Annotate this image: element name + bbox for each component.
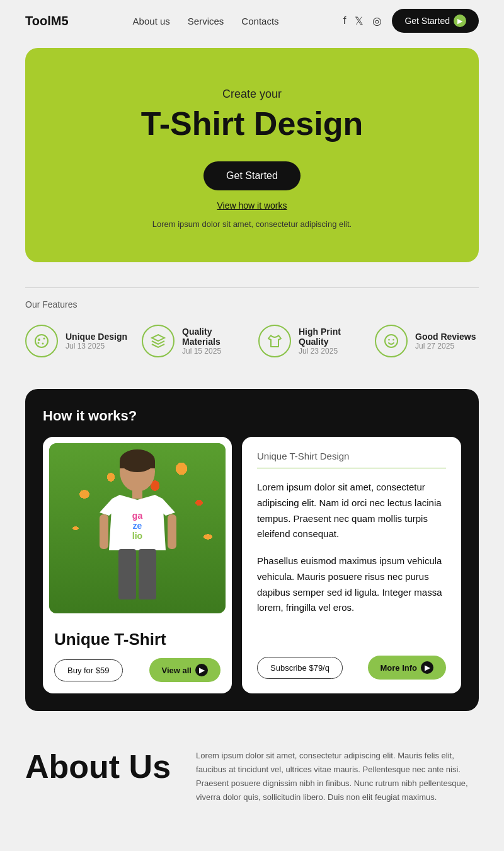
right-card-buttons: Subscribe $79/q More Info ▶	[257, 656, 446, 680]
navbar: ToolM5 About us Services Contacts f 𝕏 ◎ …	[0, 0, 504, 42]
social-links: f 𝕏 ◎	[343, 14, 382, 28]
features-grid: Unique Design Jul 13 2025 Quality Materi…	[25, 325, 479, 357]
smile-icon	[382, 332, 400, 350]
svg-point-3	[42, 343, 44, 345]
nav-contacts[interactable]: Contacts	[241, 16, 278, 26]
features-divider	[25, 287, 479, 288]
features-section-title: Our Features	[25, 299, 479, 310]
unique-design-icon-container	[25, 325, 58, 357]
view-all-button[interactable]: View all ▶	[149, 658, 220, 682]
hero-section: Create your T-Shirt Design Get Started V…	[25, 48, 479, 262]
svg-rect-17	[139, 549, 156, 599]
feature-high-print: High Print Quality Jul 23 2025	[258, 325, 362, 357]
how-it-works-title: How it works?	[43, 408, 461, 424]
good-reviews-icon-container	[375, 325, 408, 357]
tshirt-icon	[266, 332, 284, 350]
nav-about[interactable]: About us	[133, 16, 170, 26]
twitter-icon[interactable]: 𝕏	[355, 14, 364, 28]
svg-rect-11	[120, 461, 155, 468]
svg-point-7	[388, 339, 390, 341]
view-all-arrow-icon: ▶	[195, 664, 208, 676]
instagram-icon[interactable]: ◎	[372, 14, 382, 28]
svg-text:ga: ga	[132, 511, 143, 521]
feature-unique-design-text: Unique Design Jul 13 2025	[66, 332, 127, 350]
svg-rect-16	[118, 549, 136, 599]
how-card-left-bottom: Unique T-Shirt Buy for $59 View all ▶	[43, 620, 232, 693]
product-name: Unique T-Shirt	[54, 630, 220, 649]
feature-good-reviews: Good Reviews Jul 27 2025	[375, 325, 479, 357]
how-cards-container: ga ze lio Unique T-Shirt Buy for $59 Vie…	[43, 437, 461, 693]
how-card-left: ga ze lio Unique T-Shirt Buy for $59 Vie…	[43, 437, 232, 693]
layers-icon	[149, 332, 167, 350]
nav-right: f 𝕏 ◎ Get Started ▶	[343, 9, 479, 33]
svg-point-1	[38, 339, 40, 341]
nav-get-started-button[interactable]: Get Started ▶	[392, 9, 479, 33]
feature-unique-design: Unique Design Jul 13 2025	[25, 325, 129, 357]
hero-view-how-link[interactable]: View how it works	[217, 200, 287, 211]
buy-button[interactable]: Buy for $59	[54, 659, 123, 681]
about-section: About Us Lorem ipsum dolor sit amet, con…	[25, 749, 479, 804]
arrow-icon: ▶	[454, 14, 466, 27]
svg-point-8	[392, 339, 394, 341]
right-card-title: Unique T-Shirt Design	[257, 451, 446, 461]
right-card-body: Lorem ipsum dolor sit amet, consectetur …	[257, 480, 446, 643]
svg-text:ze: ze	[133, 521, 142, 531]
person-svg: ga ze lio	[74, 449, 200, 613]
nav-links: About us Services Contacts	[133, 16, 279, 26]
feature-quality-materials-text: Quality Materials Jul 15 2025	[182, 327, 246, 356]
logo: ToolM5	[25, 14, 69, 28]
hero-get-started-button[interactable]: Get Started	[203, 161, 301, 190]
svg-rect-12	[132, 490, 142, 499]
svg-text:lio: lio	[132, 531, 142, 541]
hero-description: Lorem ipsum dolor sit amet, consectetur …	[152, 219, 352, 229]
svg-rect-19	[168, 514, 176, 549]
feature-high-print-text: High Print Quality Jul 23 2025	[299, 327, 362, 356]
hero-subtitle: Create your	[222, 88, 282, 101]
feature-quality-materials: Quality Materials Jul 15 2025	[142, 325, 246, 357]
product-image: ga ze lio	[49, 443, 226, 613]
how-card-right: Unique T-Shirt Design Lorem ipsum dolor …	[242, 437, 461, 693]
svg-marker-5	[152, 335, 164, 341]
svg-point-0	[35, 335, 48, 347]
svg-point-2	[43, 338, 45, 340]
svg-point-6	[385, 335, 398, 347]
feature-good-reviews-text: Good Reviews Jul 27 2025	[415, 332, 476, 350]
hero-title: T-Shirt Design	[141, 106, 363, 142]
quality-materials-icon-container	[142, 325, 175, 357]
paint-icon	[33, 332, 50, 350]
svg-point-4	[38, 342, 40, 344]
right-card-divider	[257, 468, 446, 468]
high-print-icon-container	[258, 325, 291, 357]
about-text: Lorem ipsum dolor sit amet, consectetur …	[196, 749, 479, 804]
features-section: Our Features Unique Design Jul 13 2025	[25, 287, 479, 357]
nav-services[interactable]: Services	[188, 16, 224, 26]
facebook-icon[interactable]: f	[343, 14, 346, 27]
about-title: About Us	[25, 749, 171, 785]
more-info-button[interactable]: More Info ▶	[368, 656, 447, 680]
more-info-arrow-icon: ▶	[421, 661, 433, 674]
svg-rect-18	[100, 514, 108, 549]
subscribe-button[interactable]: Subscribe $79/q	[257, 657, 343, 679]
how-it-works-section: How it works?	[25, 389, 479, 711]
how-card-left-buttons: Buy for $59 View all ▶	[54, 658, 220, 682]
